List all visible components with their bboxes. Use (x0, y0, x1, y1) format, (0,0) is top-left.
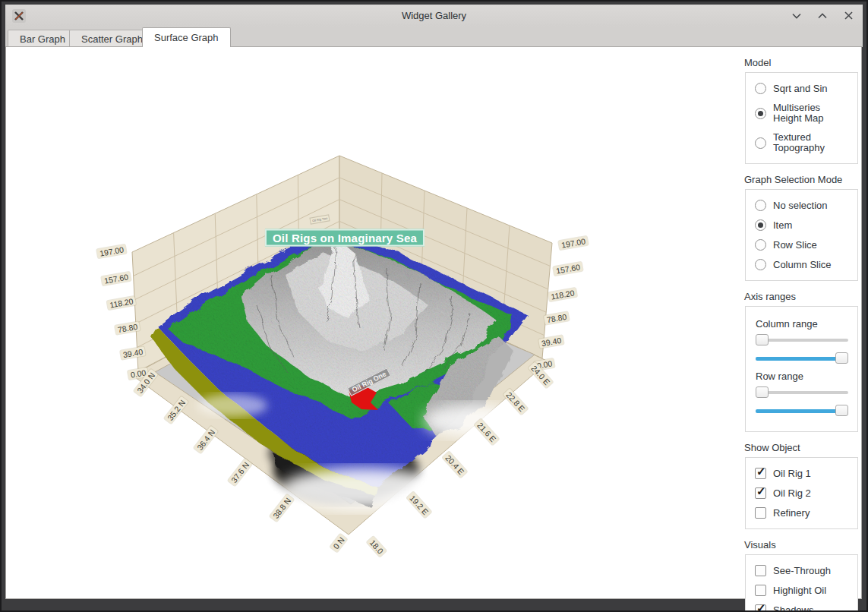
radio-item[interactable]: Item (755, 219, 849, 231)
checkbox-oil-rig-2[interactable]: Oil Rig 2 (755, 487, 849, 499)
radio-no-selection[interactable]: No selection (755, 200, 849, 211)
checkbox-highlight-oil[interactable]: Highlight Oil (755, 585, 849, 596)
checkbox-refinery[interactable]: Refinery (755, 507, 849, 519)
model-group: Sqrt and Sin Multiseries Height Map Text… (745, 72, 858, 164)
checkbox-icon[interactable] (755, 604, 766, 612)
checkbox-see-through[interactable]: See-Through (755, 565, 849, 576)
radio-icon[interactable] (755, 219, 766, 231)
radio-icon[interactable] (755, 239, 766, 251)
checkbox-icon[interactable] (755, 487, 766, 499)
radio-icon[interactable] (755, 108, 766, 119)
tab-bar-graph[interactable]: Bar Graph (8, 30, 77, 47)
row-range-min-slider[interactable] (756, 386, 848, 398)
radio-column-slice[interactable]: Column Slice (755, 259, 849, 270)
checkbox-icon[interactable] (755, 565, 766, 576)
radio-icon[interactable] (755, 137, 766, 149)
slider-handle[interactable] (756, 334, 769, 345)
surface-graph-render (6, 47, 734, 601)
checkbox-icon[interactable] (755, 507, 766, 519)
tab-bar: Bar Graph Scatter Graph Surface Graph (5, 27, 863, 47)
checkbox-icon[interactable] (755, 468, 766, 479)
slider-handle[interactable] (756, 386, 769, 398)
visuals-group: See-Through Highlight Oil Shadows (745, 554, 858, 612)
axis-ranges-group-label: Axis ranges (744, 291, 867, 302)
column-range-max-slider[interactable] (756, 352, 848, 364)
column-range-min-slider[interactable] (756, 334, 848, 345)
row-range-label: Row range (756, 371, 849, 382)
window: Widget Gallery Bar Graph Scatter Graph S… (0, 0, 868, 612)
surface-graph-canvas[interactable]: Oil Rig Two Oil Rigs on Imaginary Sea Oi… (6, 47, 734, 601)
minimize-button[interactable] (791, 11, 802, 21)
row-range-max-slider[interactable] (756, 405, 848, 416)
radio-icon[interactable] (755, 83, 766, 94)
checkbox-oil-rig-1[interactable]: Oil Rig 1 (755, 468, 849, 479)
selection-mode-group: No selection Item Row Slice Column Slice (745, 189, 858, 281)
radio-icon[interactable] (755, 259, 766, 270)
control-panel: Model Sqrt and Sin Multiseries Height Ma… (737, 47, 867, 612)
selection-mode-group-label: Graph Selection Mode (744, 174, 867, 185)
tab-content: Oil Rig Two Oil Rigs on Imaginary Sea Oi… (5, 46, 862, 599)
radio-row-slice[interactable]: Row Slice (755, 239, 849, 251)
tab-surface-graph[interactable]: Surface Graph (142, 27, 231, 47)
radio-sqrt-and-sin[interactable]: Sqrt and Sin (755, 83, 849, 94)
model-group-label: Model (744, 57, 867, 68)
column-range-label: Column range (756, 318, 849, 330)
show-object-group: Oil Rig 1 Oil Rig 2 Refinery (745, 457, 858, 529)
maximize-button[interactable] (817, 11, 828, 21)
window-title: Widget Gallery (5, 10, 863, 21)
radio-multiseries-height-map[interactable]: Multiseries Height Map (755, 103, 849, 124)
titlebar: Widget Gallery (5, 5, 863, 27)
close-button[interactable] (843, 11, 854, 21)
checkbox-shadows[interactable]: Shadows (755, 604, 849, 612)
slider-handle[interactable] (835, 405, 848, 416)
checkbox-icon[interactable] (755, 585, 766, 596)
axis-ranges-group: Column range Row range (745, 306, 858, 432)
slider-handle[interactable] (835, 352, 848, 364)
show-object-group-label: Show Object (744, 442, 867, 453)
chart-title: Oil Rigs on Imaginary Sea (265, 229, 425, 247)
radio-textured-topography[interactable]: Textured Topography (755, 132, 849, 153)
visuals-group-label: Visuals (744, 539, 867, 550)
radio-icon[interactable] (755, 200, 766, 211)
